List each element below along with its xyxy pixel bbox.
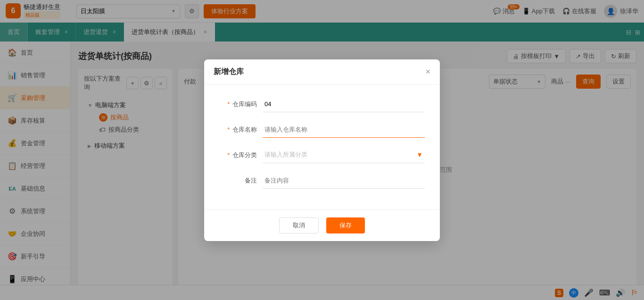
form-row-code: * 仓库编码 <box>219 96 425 112</box>
dialog-close-button[interactable]: × <box>425 67 430 77</box>
dialog-header: 新增仓库 × <box>204 59 440 85</box>
category-required-star: * <box>227 151 230 158</box>
cancel-button[interactable]: 取消 <box>279 217 319 233</box>
save-button[interactable]: 保存 <box>326 217 365 233</box>
code-label: * 仓库编码 <box>219 100 257 108</box>
warehouse-name-input[interactable] <box>263 122 425 138</box>
form-row-category: * 仓库分类 请输入所属分类 ▼ <box>219 147 425 163</box>
name-label: * 仓库名称 <box>219 125 257 134</box>
warehouse-code-input[interactable] <box>263 96 425 112</box>
dialog-body: * 仓库编码 * 仓库名称 * 仓库分类 请输入所属 <box>204 85 440 209</box>
form-row-remark: 备注 <box>219 173 425 189</box>
dialog-footer: 取消 保存 <box>204 209 440 241</box>
category-dropdown-icon: ▼ <box>416 151 423 158</box>
new-warehouse-dialog: 新增仓库 × * 仓库编码 * 仓库名称 <box>204 59 440 241</box>
modal-overlay: 新增仓库 × * 仓库编码 * 仓库名称 <box>0 0 644 300</box>
category-label: * 仓库分类 <box>219 151 257 159</box>
remark-label: 备注 <box>219 176 257 185</box>
dialog-title: 新增仓库 <box>214 67 244 77</box>
form-row-name: * 仓库名称 <box>219 122 425 138</box>
name-required-star: * <box>227 126 230 133</box>
warehouse-remark-input[interactable] <box>263 173 425 189</box>
category-placeholder: 请输入所属分类 <box>264 150 307 159</box>
warehouse-category-select[interactable]: 请输入所属分类 ▼ <box>263 147 425 163</box>
code-required-star: * <box>227 100 230 108</box>
